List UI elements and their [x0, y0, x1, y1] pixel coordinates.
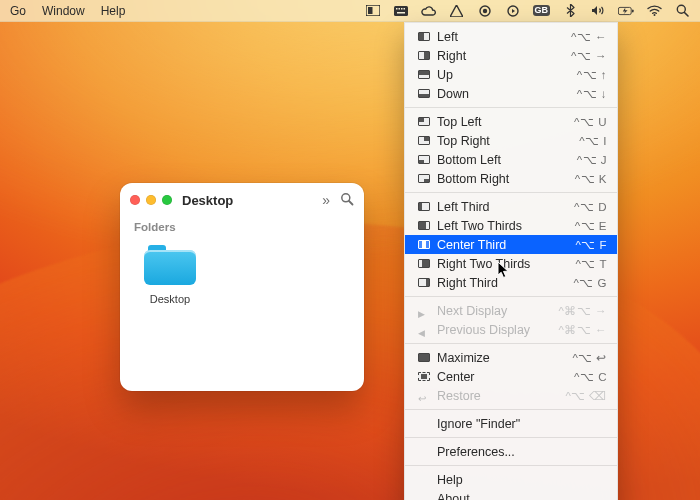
- menu-item-label: Right Two Thirds: [433, 257, 576, 271]
- menu-item-shortcut: ^⌥ K: [575, 172, 607, 186]
- menu-separator: [405, 343, 617, 344]
- menu-separator: [405, 296, 617, 297]
- toolbar-search-icon[interactable]: [340, 192, 354, 209]
- finder-titlebar[interactable]: Desktop »: [120, 183, 364, 217]
- minimize-button[interactable]: [146, 195, 156, 205]
- menu-item-ignore-finder[interactable]: Ignore "Finder": [405, 414, 617, 433]
- menu-separator: [405, 192, 617, 193]
- menu-item-label: About: [433, 492, 607, 501]
- svg-rect-1: [368, 7, 373, 14]
- menu-item-help[interactable]: Help: [405, 470, 617, 489]
- br-layout-icon: [415, 174, 433, 183]
- menu-item-label: Left Two Thirds: [433, 219, 575, 233]
- folder-icon: [142, 243, 198, 287]
- window-title: Desktop: [182, 193, 233, 208]
- menu-item-label: Previous Display: [433, 323, 558, 337]
- svg-rect-2: [394, 6, 408, 16]
- menu-item-label: Preferences...: [433, 445, 607, 459]
- menu-item-left-two-thirds[interactable]: Left Two Thirds^⌥ E: [405, 216, 617, 235]
- battery-icon[interactable]: [618, 3, 634, 19]
- menu-item-label: Bottom Right: [433, 172, 575, 186]
- menu-item-restore: Restore^⌥ ⌫: [405, 386, 617, 405]
- menu-item-shortcut: ^⌥ D: [574, 200, 607, 214]
- menu-window[interactable]: Window: [42, 4, 85, 18]
- section-label-folders: Folders: [120, 217, 364, 235]
- menu-go[interactable]: Go: [10, 4, 26, 18]
- volume-icon[interactable]: [590, 3, 606, 19]
- menu-item-down[interactable]: Down^⌥ ↓: [405, 84, 617, 103]
- record-icon[interactable]: [477, 3, 493, 19]
- menu-item-shortcut: ^⌥ F: [575, 238, 607, 252]
- menu-item-top-right[interactable]: Top Right^⌥ I: [405, 131, 617, 150]
- zoom-button[interactable]: [162, 195, 172, 205]
- play-circle-icon[interactable]: [505, 3, 521, 19]
- close-button[interactable]: [130, 195, 140, 205]
- menu-bar-right: GB: [365, 3, 691, 19]
- max-layout-icon: [415, 353, 433, 362]
- menu-item-label: Right: [433, 49, 571, 63]
- menu-item-up[interactable]: Up^⌥ ↑: [405, 65, 617, 84]
- search-icon[interactable]: [674, 3, 690, 19]
- menu-item-label: Left: [433, 30, 571, 44]
- rectangle-app-icon[interactable]: [365, 3, 381, 19]
- menu-item-shortcut: ^⌥ ↩: [572, 351, 607, 365]
- svg-point-9: [482, 8, 486, 12]
- tl-layout-icon: [415, 117, 433, 126]
- menu-item-right-third[interactable]: Right Third^⌥ G: [405, 273, 617, 292]
- menu-item-label: Down: [433, 87, 577, 101]
- language-badge[interactable]: GB: [533, 5, 551, 16]
- menu-item-shortcut: ^⌥ I: [579, 134, 607, 148]
- menu-item-shortcut: ^⌥ →: [571, 49, 607, 63]
- menu-item-about[interactable]: About: [405, 489, 617, 500]
- folder-label: Desktop: [150, 293, 190, 305]
- menu-separator: [405, 465, 617, 466]
- menu-separator: [405, 437, 617, 438]
- menu-item-shortcut: ^⌘⌥ →: [558, 304, 607, 318]
- folder-item-desktop[interactable]: Desktop: [134, 243, 206, 305]
- arrow-l-layout-icon: [415, 325, 433, 334]
- menu-item-bottom-right[interactable]: Bottom Right^⌥ K: [405, 169, 617, 188]
- menu-item-label: Right Third: [433, 276, 573, 290]
- menu-item-right-two-thirds[interactable]: Right Two Thirds^⌥ T: [405, 254, 617, 273]
- menu-item-top-left[interactable]: Top Left^⌥ U: [405, 112, 617, 131]
- drive-icon[interactable]: [449, 3, 465, 19]
- menu-bar-left: Go Window Help: [10, 4, 125, 18]
- menu-item-shortcut: ^⌥ C: [574, 370, 607, 384]
- finder-window[interactable]: Desktop » Folders Desktop: [120, 183, 364, 391]
- menu-item-bottom-left[interactable]: Bottom Left^⌥ J: [405, 150, 617, 169]
- menu-item-center[interactable]: Center^⌥ C: [405, 367, 617, 386]
- bluetooth-icon[interactable]: [562, 3, 578, 19]
- up-layout-icon: [415, 70, 433, 79]
- creative-cloud-icon[interactable]: [421, 3, 437, 19]
- arrow-r-layout-icon: [415, 306, 433, 315]
- menu-item-left[interactable]: Left^⌥ ←: [405, 27, 617, 46]
- menu-item-previous-display: Previous Display^⌘⌥ ←: [405, 320, 617, 339]
- toolbar-more-icon[interactable]: »: [322, 192, 330, 208]
- r3-layout-icon: [415, 278, 433, 287]
- menu-item-shortcut: ^⌥ T: [576, 257, 607, 271]
- right-layout-icon: [415, 51, 433, 60]
- menu-item-label: Next Display: [433, 304, 558, 318]
- menu-separator: [405, 107, 617, 108]
- menu-bar: Go Window Help GB: [0, 0, 700, 22]
- menu-item-right[interactable]: Right^⌥ →: [405, 46, 617, 65]
- menu-item-left-third[interactable]: Left Third^⌥ D: [405, 197, 617, 216]
- menu-item-shortcut: ^⌥ ←: [571, 30, 607, 44]
- l3-layout-icon: [415, 202, 433, 211]
- rectangle-menu[interactable]: Left^⌥ ←Right^⌥ →Up^⌥ ↑Down^⌥ ↓Top Left^…: [404, 22, 618, 500]
- menu-item-center-third[interactable]: Center Third^⌥ F: [405, 235, 617, 254]
- l23-layout-icon: [415, 221, 433, 230]
- menu-item-shortcut: ^⌥ J: [577, 153, 607, 167]
- wifi-icon[interactable]: [646, 3, 662, 19]
- menu-help[interactable]: Help: [101, 4, 126, 18]
- menu-separator: [405, 409, 617, 410]
- menu-item-label: Maximize: [433, 351, 572, 365]
- keyboard-layout-icon[interactable]: [393, 3, 409, 19]
- menu-item-label: Left Third: [433, 200, 574, 214]
- svg-rect-7: [397, 12, 405, 14]
- bl-layout-icon: [415, 155, 433, 164]
- restore-layout-icon: [415, 391, 433, 400]
- menu-item-maximize[interactable]: Maximize^⌥ ↩: [405, 348, 617, 367]
- svg-point-13: [653, 14, 655, 16]
- menu-item-preferences[interactable]: Preferences...: [405, 442, 617, 461]
